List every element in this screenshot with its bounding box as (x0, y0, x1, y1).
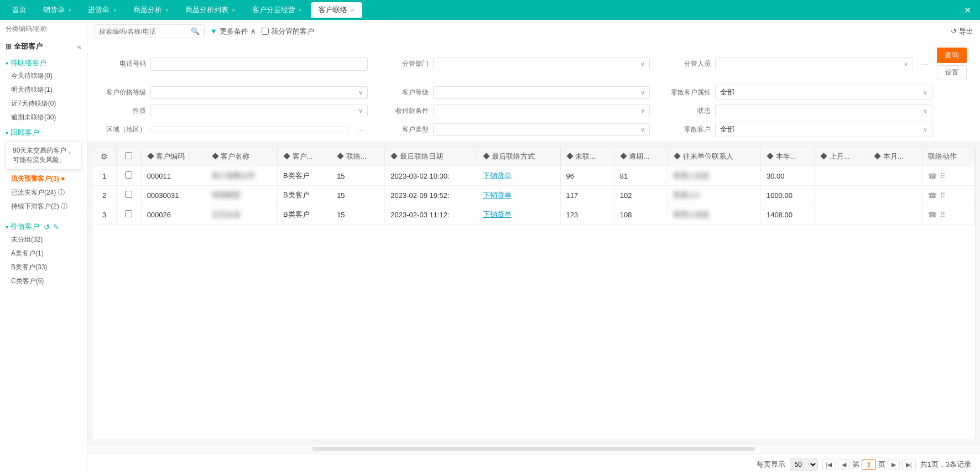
pagination: 每页显示 50 100 200 |◀ ◀ 第 1 页 ▶ ▶| 共1页，3条记录 (87, 453, 980, 475)
sidebar-item-tomorrow-pending[interactable]: 明天待联络(1) (0, 83, 87, 97)
global-close-btn[interactable]: ✕ (960, 3, 976, 18)
region-dots[interactable]: ··· (353, 126, 368, 134)
sidebar-item-churn-warning[interactable]: 流失预警客户(3) ● (0, 172, 87, 186)
sidebar-item-b-class[interactable]: B类客户(33) (0, 260, 87, 274)
price-grade-select[interactable]: ∨ (150, 86, 368, 99)
my-customers-checkbox[interactable] (262, 28, 269, 35)
payment-select[interactable]: ∨ (433, 105, 650, 117)
row3-action-contact[interactable]: ☎ (928, 211, 937, 219)
grade-select[interactable]: ∨ (433, 86, 650, 99)
tab-sales[interactable]: 销货单 × (35, 2, 79, 18)
per-page-label: 每页显示 (757, 460, 785, 469)
first-page-btn[interactable]: |◀ (822, 460, 836, 470)
prev-page-btn[interactable]: ◀ (838, 460, 850, 470)
row2-checkbox (117, 186, 141, 205)
row3-select[interactable] (125, 210, 132, 217)
col-customer-code: ◆ 客户编码 (141, 147, 206, 166)
region-select[interactable] (150, 127, 348, 132)
tab-customer-contact-close[interactable]: × (351, 7, 354, 13)
person-label: 分管人员 (661, 59, 711, 69)
main-search-input[interactable] (99, 28, 187, 35)
export-btn[interactable]: ↺ 导出 (951, 27, 973, 36)
row3-method-link[interactable]: 下销货单 (483, 210, 512, 218)
tab-customer-segment-close[interactable]: × (299, 7, 302, 13)
person-chevron: ∨ (904, 60, 908, 67)
status-select[interactable]: ∨ (715, 105, 932, 117)
sidebar-item-today-pending[interactable]: 今天待联络(0) (0, 69, 87, 83)
select-all-checkbox[interactable] (125, 152, 132, 159)
grade-chevron: ∨ (640, 89, 645, 96)
zero-customer-select[interactable]: 全部 ∨ (715, 122, 932, 137)
zero-attr-select[interactable]: 全部 ∨ (715, 85, 932, 100)
row3-action-more[interactable]: ⠿ (940, 211, 946, 219)
tab-customer-segment[interactable]: 客户分层经营 × (244, 2, 310, 18)
tab-product-analysis-label: 商品分析 (133, 5, 162, 15)
sidebar-item-churned[interactable]: 已流失客户(24) ⓘ (0, 186, 87, 200)
tab-product-analysis-close[interactable]: × (165, 7, 169, 13)
zero-attr-value: 全部 (720, 87, 734, 97)
main-search-icon[interactable]: 🔍 (191, 27, 200, 35)
payment-label: 收付款条件 (379, 106, 429, 116)
dept-select[interactable]: ∨ (433, 58, 650, 70)
tab-purchase-close[interactable]: × (113, 7, 116, 13)
sidebar-item-c-class[interactable]: C类客户(6) (0, 274, 87, 288)
nature-label: 性质 (96, 106, 146, 116)
table-row: 1 000011 张三有限公司 B类客户 15 2023-03-02 10:30… (92, 166, 975, 186)
tab-homepage[interactable]: 首页 (4, 2, 34, 18)
row1-action-more[interactable]: ⠿ (940, 172, 946, 180)
zero-attr-label: 零散客户属性 (661, 88, 711, 97)
zero-customer-chevron: ∨ (923, 126, 927, 133)
more-conditions-btn[interactable]: ▼ 更多条件 ∧ (210, 27, 256, 36)
sidebar-item-overdue-pending[interactable]: 逾期未联络(30) (0, 111, 87, 124)
settings-btn[interactable]: 设置 (937, 65, 967, 80)
row2-select[interactable] (125, 191, 132, 198)
per-page-select[interactable]: 50 100 200 (790, 458, 818, 471)
row3-actions: ☎ ⠿ (922, 205, 974, 225)
gear-icon[interactable]: ⚙ (101, 152, 108, 161)
sidebar-group-pending[interactable]: ▾ 待联络客户 (0, 55, 87, 69)
sidebar-item-a-class[interactable]: A类客户(1) (0, 247, 87, 260)
sidebar-group-review[interactable]: ▾ 回顾客户 (0, 124, 87, 139)
tab-product-analysis-list[interactable]: 商品分析列表 × (178, 2, 243, 18)
tab-customer-contact[interactable]: 客户联络 × (311, 2, 362, 18)
sidebar-group-value[interactable]: ▾ 价值客户 ↺ ✎ (0, 218, 87, 233)
sidebar-item-ungrouped[interactable]: 未分组(32) (0, 233, 87, 247)
customer-type-select[interactable]: ∨ (433, 123, 650, 136)
row1-method-link[interactable]: 下销货单 (483, 171, 512, 180)
query-btn[interactable]: 查询 (937, 48, 967, 63)
grade-label: 客户等级 (379, 88, 429, 97)
row2-action-more[interactable]: ⠿ (940, 191, 946, 200)
status-chevron: ∨ (923, 107, 927, 114)
sidebar-collapse-btn[interactable]: « (77, 43, 81, 51)
export-label: 导出 (959, 27, 973, 36)
row2-code: 00030031 (141, 186, 206, 205)
tab-sales-close[interactable]: × (68, 7, 71, 13)
sidebar-search-area: 🔍 (0, 20, 87, 38)
tab-customer-contact-label: 客户联络 (319, 5, 347, 15)
tab-product-analysis-list-close[interactable]: × (232, 7, 235, 13)
person-dots[interactable]: ··· (918, 60, 932, 68)
table-row: 3 000026 王五企业 B类客户 15 2023-02-03 11:12: … (92, 205, 975, 225)
tab-product-analysis[interactable]: 商品分析 × (126, 2, 176, 18)
nature-select[interactable]: ∨ (150, 105, 368, 117)
row2-type: B类客户 (277, 186, 331, 205)
tab-purchase[interactable]: 进货单 × (80, 2, 124, 18)
horizontal-scrollbar-area (87, 445, 980, 453)
row1-action-contact[interactable]: ☎ (928, 172, 937, 180)
row2-method-link[interactable]: 下销货单 (483, 191, 512, 199)
sidebar-item-7day-pending[interactable]: 近7天待联络(0) (0, 97, 87, 111)
horizontal-scrollbar[interactable] (312, 447, 755, 451)
sidebar-item-declining[interactable]: 持续下滑客户(2) ⓘ (0, 200, 87, 213)
table-header-row: ⚙ ◆ 客户编码 ◆ 客户名称 ◆ 客户... ◆ 联络... ◆ 最后联络日期… (92, 147, 975, 166)
sidebar-search-input[interactable] (6, 25, 87, 33)
next-page-btn[interactable]: ▶ (888, 460, 900, 470)
row1-this-month (868, 166, 922, 186)
person-select[interactable]: ∨ (715, 58, 913, 70)
last-page-btn[interactable]: ▶| (902, 460, 916, 470)
value-group-refresh[interactable]: ↺ (44, 223, 50, 231)
row1-select[interactable] (125, 171, 132, 179)
sidebar-all-customers[interactable]: ⊞ 全部客户 « (0, 38, 87, 55)
row2-action-contact[interactable]: ☎ (928, 191, 937, 200)
value-group-edit[interactable]: ✎ (53, 223, 59, 231)
phone-input[interactable] (150, 58, 368, 71)
